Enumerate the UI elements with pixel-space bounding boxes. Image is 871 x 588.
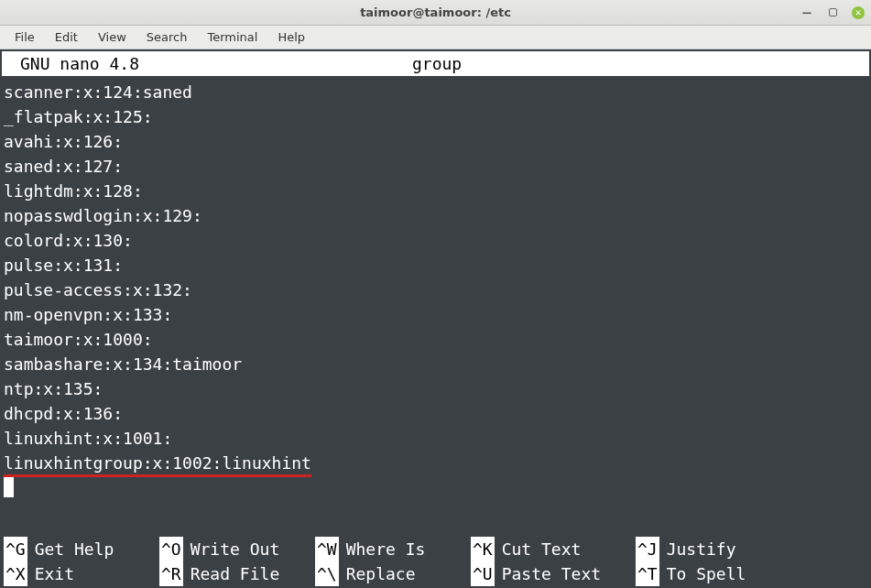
shortcut-row: ^XExit ^RRead File ^\Replace ^UPaste Tex… [4, 561, 867, 586]
file-line: ntp:x:135: [4, 376, 867, 401]
window-controls: − ✕ [800, 5, 866, 20]
nano-app-label: GNU nano 4.8 [9, 51, 412, 76]
nano-filename: group [412, 51, 862, 76]
menu-terminal[interactable]: Terminal [198, 27, 267, 47]
file-line: colord:x:130: [4, 228, 867, 253]
shortcut-where-is: ^WWhere Is [315, 537, 471, 561]
window-titlebar: taimoor@taimoor: /etc − ✕ [0, 0, 871, 26]
file-line: pulse-access:x:132: [4, 278, 867, 302]
file-line: taimoor:x:1000: [4, 327, 867, 352]
maximize-button[interactable] [825, 5, 840, 20]
cursor-line [4, 475, 867, 500]
shortcut-justify: ^JJustify [636, 537, 810, 561]
menu-edit[interactable]: Edit [46, 27, 87, 47]
shortcut-write-out: ^OWrite Out [159, 537, 315, 561]
file-line: linuxhint:x:1001: [4, 426, 867, 451]
menu-bar: File Edit View Search Terminal Help [0, 26, 871, 49]
file-line: saned:x:127: [4, 154, 867, 179]
shortcut-get-help: ^GGet Help [4, 537, 159, 561]
shortcut-paste-text: ^UPaste Text [471, 561, 636, 586]
menu-search[interactable]: Search [137, 27, 197, 47]
shortcut-to-spell: ^TTo Spell [636, 561, 810, 586]
nano-header: GNU nano 4.8 group [2, 51, 869, 76]
cursor [4, 477, 14, 497]
file-line: scanner:x:124:saned [4, 80, 867, 104]
terminal-area[interactable]: GNU nano 4.8 group scanner:x:124:saned _… [0, 51, 871, 502]
window-title: taimoor@taimoor: /etc [360, 5, 511, 19]
file-line-highlighted: linuxhintgroup:x:1002:linuxhint [4, 451, 867, 475]
minimize-button[interactable]: − [800, 5, 814, 20]
editor-content[interactable]: scanner:x:124:saned _flatpak:x:125: avah… [0, 78, 871, 502]
file-line: avahi:x:126: [4, 129, 867, 154]
file-line: nm-openvpn:x:133: [4, 302, 867, 327]
shortcut-cut-text: ^KCut Text [471, 537, 636, 561]
menu-help[interactable]: Help [268, 27, 314, 47]
shortcut-read-file: ^RRead File [159, 561, 315, 586]
menu-view[interactable]: View [89, 27, 136, 47]
file-line: _flatpak:x:125: [4, 104, 867, 129]
close-button[interactable]: ✕ [851, 5, 866, 20]
shortcut-row: ^GGet Help ^OWrite Out ^WWhere Is ^KCut … [4, 537, 867, 561]
shortcut-replace: ^\Replace [315, 561, 471, 586]
menu-file[interactable]: File [5, 27, 44, 47]
file-line: nopasswdlogin:x:129: [4, 203, 867, 228]
file-line: sambashare:x:134:taimoor [4, 352, 867, 376]
file-line: dhcpd:x:136: [4, 401, 867, 426]
file-line: lightdm:x:128: [4, 179, 867, 203]
nano-shortcuts: ^GGet Help ^OWrite Out ^WWhere Is ^KCut … [0, 537, 871, 588]
shortcut-exit: ^XExit [4, 561, 159, 586]
file-line: pulse:x:131: [4, 253, 867, 278]
